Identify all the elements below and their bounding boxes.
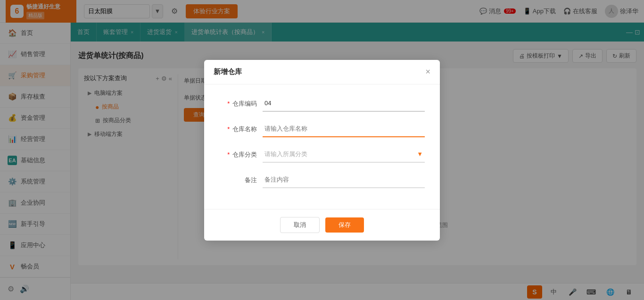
- name-label: * 仓库名称: [219, 125, 257, 133]
- modal-footer: 取消 保存: [204, 209, 440, 241]
- cancel-button[interactable]: 取消: [280, 217, 320, 233]
- form-row-name: * 仓库名称: [219, 121, 425, 137]
- form-row-category: * 仓库分类 请输入所属分类 ▼: [219, 147, 425, 163]
- code-label: * 仓库编码: [219, 100, 257, 108]
- category-select[interactable]: 请输入所属分类 ▼: [263, 147, 425, 163]
- modal-title: 新增仓库: [214, 67, 242, 76]
- modal-close-button[interactable]: ×: [425, 67, 430, 76]
- warehouse-code-input[interactable]: [263, 96, 425, 112]
- modal-header: 新增仓库 ×: [204, 60, 440, 84]
- form-row-remark: 备注: [219, 172, 425, 188]
- modal-overlay[interactable]: 新增仓库 × * 仓库编码 * 仓库名称: [0, 0, 644, 300]
- remark-input[interactable]: [263, 172, 425, 188]
- warehouse-name-input[interactable]: [263, 121, 425, 137]
- required-star-name: *: [227, 125, 230, 133]
- required-star-cat: *: [227, 151, 230, 158]
- required-star-code: *: [227, 100, 230, 107]
- add-warehouse-modal: 新增仓库 × * 仓库编码 * 仓库名称: [204, 60, 440, 241]
- save-button[interactable]: 保存: [325, 217, 364, 233]
- form-row-code: * 仓库编码: [219, 96, 425, 112]
- modal-body: * 仓库编码 * 仓库名称 * 仓库分类: [204, 84, 440, 209]
- category-dropdown-icon: ▼: [417, 150, 423, 158]
- category-label: * 仓库分类: [219, 150, 257, 159]
- remark-label: 备注: [219, 176, 257, 184]
